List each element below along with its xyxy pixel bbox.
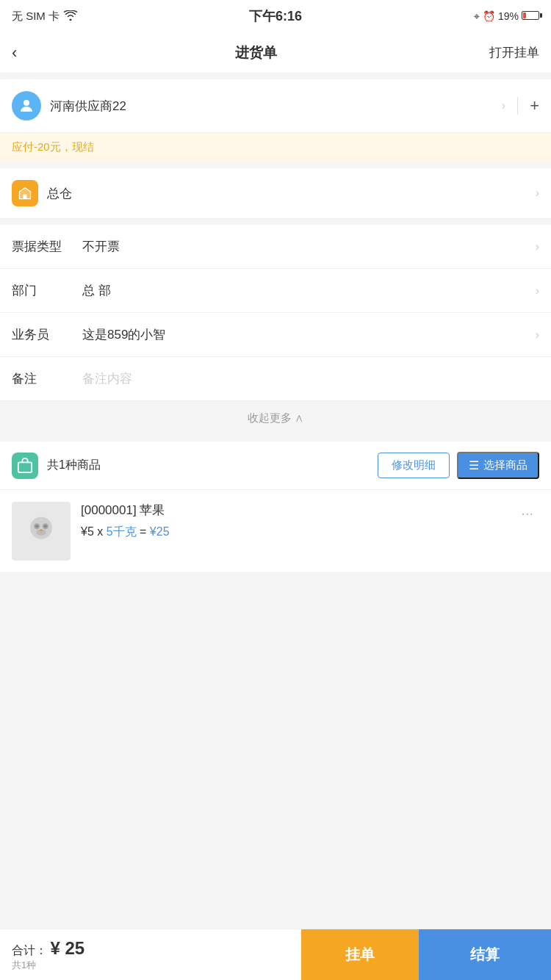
remark-label: 备注 (12, 370, 71, 387)
unit-price: ¥5 x (81, 525, 107, 538)
footer-total-value: ¥ 25 (50, 938, 84, 958)
supplier-row[interactable]: 河南供应商22 › + (0, 79, 551, 133)
svg-point-7 (44, 525, 47, 527)
select-product-button[interactable]: ☰ 选择商品 (457, 452, 539, 479)
quantity: 5千克 (107, 525, 137, 538)
location-icon: ⌖ (474, 10, 480, 23)
svg-point-3 (30, 517, 52, 539)
notice-bar: 应付-20元，现结 (0, 133, 551, 162)
svg-point-0 (24, 100, 29, 106)
product-thumbnail (12, 502, 71, 561)
price-equals: = (140, 525, 150, 538)
product-item: [0000001] 苹果 ¥5 x 5千克 = ¥25 ··· (0, 490, 551, 573)
products-section: 共1种商品 修改明细 ☰ 选择商品 (0, 442, 551, 573)
warehouse-icon (12, 180, 38, 206)
total-price: ¥25 (150, 525, 170, 538)
nav-bar: ‹ 进货单 打开挂单 (0, 32, 551, 73)
footer: 合计： ¥ 25 共1种 挂单 结算 (0, 929, 551, 980)
department-label: 部门 (12, 282, 71, 299)
supplier-divider (517, 97, 518, 115)
select-product-icon: ☰ (469, 458, 479, 472)
supplier-section: 河南供应商22 › + 应付-20元，现结 (0, 79, 551, 162)
collapse-label: 收起更多 ∧ (248, 411, 303, 424)
product-id: [0000001] (81, 503, 140, 517)
warehouse-arrow-icon: › (536, 187, 539, 200)
footer-sub-label: 共1种 (12, 959, 289, 972)
supplier-name: 河南供应商22 (50, 98, 502, 115)
back-button[interactable]: ‹ (12, 37, 23, 68)
invoice-type-value: 不开票 (71, 238, 536, 255)
spacer-4 (0, 436, 551, 442)
products-count: 共1种商品 (47, 458, 378, 473)
hang-button[interactable]: 挂单 (301, 929, 419, 981)
svg-rect-1 (24, 195, 27, 199)
notice-text: 应付-20元，现结 (12, 140, 94, 153)
spacer-1 (0, 73, 551, 79)
salesperson-arrow-icon: › (536, 328, 539, 342)
svg-rect-2 (18, 462, 32, 472)
settle-button[interactable]: 结算 (419, 929, 551, 981)
spacer-3 (0, 219, 551, 225)
invoice-type-label: 票据类型 (12, 238, 71, 255)
department-value: 总 部 (71, 282, 536, 299)
footer-total-label: 合计： (12, 944, 47, 956)
salesperson-value: 这是859的小智 (71, 326, 536, 343)
page-title: 进货单 (235, 43, 277, 62)
carrier-label: 无 SIM 卡 (12, 10, 60, 24)
open-hang-button[interactable]: 打开挂单 (489, 44, 539, 61)
status-left: 无 SIM 卡 (12, 10, 77, 24)
wifi-icon (64, 10, 77, 23)
remark-row[interactable]: 备注 备注内容 (0, 357, 551, 401)
warehouse-section: 总仓 › (0, 168, 551, 219)
edit-detail-button[interactable]: 修改明细 (378, 453, 450, 478)
supplier-arrow-icon: › (502, 99, 505, 112)
department-arrow-icon: › (536, 284, 539, 298)
spacer-2 (0, 162, 551, 168)
salesperson-row[interactable]: 业务员 这是859的小智 › (0, 313, 551, 357)
alarm-icon: ⏰ (483, 10, 495, 22)
collapse-bar[interactable]: 收起更多 ∧ (0, 401, 551, 436)
product-more-button[interactable]: ··· (515, 502, 539, 525)
svg-point-6 (35, 525, 38, 527)
add-supplier-button[interactable]: + (530, 96, 539, 115)
products-icon (12, 453, 38, 479)
status-right: ⌖ ⏰ 19% (474, 10, 539, 23)
invoice-type-row[interactable]: 票据类型 不开票 › (0, 225, 551, 269)
form-section: 票据类型 不开票 › 部门 总 部 › 业务员 这是859的小智 › 备注 备注… (0, 225, 551, 401)
battery-icon (522, 10, 539, 22)
warehouse-row[interactable]: 总仓 › (0, 168, 551, 219)
remark-value[interactable]: 备注内容 (71, 370, 539, 387)
product-price: ¥5 x 5千克 = ¥25 (81, 525, 515, 540)
footer-amount: 合计： ¥ 25 共1种 (0, 938, 301, 972)
status-bar: 无 SIM 卡 下午6:16 ⌖ ⏰ 19% (0, 0, 551, 32)
products-header: 共1种商品 修改明细 ☰ 选择商品 (0, 442, 551, 490)
supplier-avatar (12, 91, 41, 120)
warehouse-name: 总仓 (47, 185, 536, 202)
status-time: 下午6:16 (249, 7, 302, 25)
select-product-label: 选择商品 (483, 458, 527, 472)
department-row[interactable]: 部门 总 部 › (0, 269, 551, 313)
footer-total-row: 合计： ¥ 25 (12, 938, 289, 959)
battery-percent: 19% (498, 10, 519, 22)
product-title: 苹果 (140, 503, 165, 517)
product-name: [0000001] 苹果 (81, 502, 515, 519)
footer-spacer (0, 573, 551, 632)
product-info: [0000001] 苹果 ¥5 x 5千克 = ¥25 (81, 502, 515, 540)
salesperson-label: 业务员 (12, 326, 71, 343)
invoice-type-arrow-icon: › (536, 240, 539, 253)
